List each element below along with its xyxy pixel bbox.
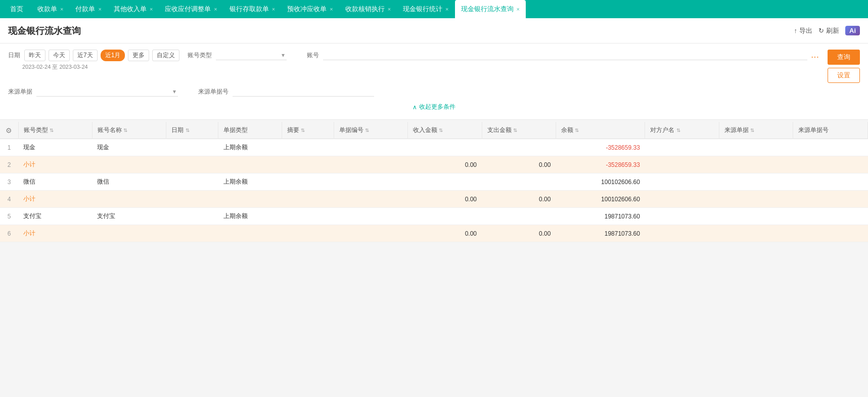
col-account-type: 账号类型 ⇅ (18, 122, 92, 139)
cell-account-name (92, 191, 166, 208)
cell-doc-type (218, 156, 282, 173)
cell-summary (282, 225, 334, 242)
cell-counterpart (645, 191, 719, 208)
nav-home[interactable]: 首页 (2, 0, 31, 18)
cell-doc-type (218, 225, 282, 242)
close-icon[interactable]: × (272, 6, 275, 12)
export-icon: ↑ (794, 27, 798, 34)
cell-summary (282, 139, 334, 156)
cell-account-type: 小计 (18, 191, 92, 208)
cell-expense: 0.00 (482, 191, 556, 208)
nav-tab-收款单[interactable]: 收款单 × (31, 0, 69, 18)
cell-source-doc-no (793, 156, 868, 173)
row-index: 3 (0, 173, 18, 191)
nav-tab-付款单[interactable]: 付款单 × (69, 0, 107, 18)
nav-tab-预收冲应收单[interactable]: 预收冲应收单 × (281, 0, 339, 18)
cell-counterpart (645, 225, 719, 242)
source-doc-no-input[interactable] (233, 87, 374, 97)
table-row: 3 微信 微信 上期余额 100102606.60 (0, 173, 868, 191)
sort-icon[interactable]: ⇅ (186, 127, 190, 133)
cell-doc-no (334, 191, 407, 208)
table-body: 1 现金 现金 上期余额 -3528659.33 2 小计 0.00 0.00 … (0, 139, 868, 242)
nav-tab-其他收入单[interactable]: 其他收入单 × (108, 0, 159, 18)
cell-balance: 19871073.60 (556, 208, 645, 225)
close-icon[interactable]: × (60, 6, 63, 12)
date-shortcuts: 昨天 今天 近7天 近1月 更多 自定义 (24, 50, 179, 61)
refresh-button[interactable]: ↻ 刷新 (818, 26, 839, 35)
sort-icon[interactable]: ⇅ (439, 127, 443, 133)
sort-icon[interactable]: ⇅ (513, 127, 517, 133)
sort-icon[interactable]: ⇅ (750, 127, 754, 133)
collapse-bar[interactable]: ∧ 收起更多条件 (8, 101, 860, 113)
close-icon[interactable]: × (150, 6, 153, 12)
row-index: 6 (0, 225, 18, 242)
account-type-select[interactable]: 现金 微信 支付宝 (216, 51, 277, 60)
sort-icon[interactable]: ⇅ (123, 127, 127, 133)
cell-account-name: 现金 (92, 139, 166, 156)
date-btn-today[interactable]: 今天 (49, 50, 70, 61)
sort-icon[interactable]: ⇅ (301, 127, 305, 133)
cell-expense (482, 173, 556, 191)
cell-summary (282, 156, 334, 173)
cell-account-type: 小计 (18, 156, 92, 173)
col-account-name: 账号名称 ⇅ (92, 122, 166, 139)
cell-summary (282, 173, 334, 191)
row-index: 5 (0, 208, 18, 225)
close-icon[interactable]: × (388, 6, 391, 12)
account-input[interactable] (323, 51, 807, 60)
gear-icon[interactable]: ⚙ (6, 126, 12, 135)
cell-summary (282, 208, 334, 225)
col-summary: 摘要 ⇅ (282, 122, 334, 139)
cell-balance: 100102606.60 (556, 173, 645, 191)
query-button[interactable]: 查询 (828, 50, 860, 65)
cell-summary (282, 191, 334, 208)
cell-source-doc-no (793, 173, 868, 191)
sort-icon[interactable]: ⇅ (676, 127, 680, 133)
date-btn-custom[interactable]: 自定义 (152, 50, 179, 61)
table-container: ⚙ 账号类型 ⇅ 账号名称 ⇅ 日期 ⇅ 单据类型 摘 (0, 122, 868, 242)
nav-tab-收款核销执行[interactable]: 收款核销执行 × (339, 0, 397, 18)
cell-counterpart (645, 156, 719, 173)
cell-income: 0.00 (408, 225, 482, 242)
date-btn-more[interactable]: 更多 (128, 50, 149, 61)
ai-button[interactable]: Ai (845, 26, 860, 35)
cell-account-name (92, 225, 166, 242)
close-icon[interactable]: × (445, 6, 448, 12)
col-doc-type: 单据类型 (218, 122, 282, 139)
cell-balance: 19871073.60 (556, 225, 645, 242)
cell-doc-no (334, 225, 407, 242)
sort-icon[interactable]: ⇅ (50, 127, 54, 133)
nav-tab-银行存取款单[interactable]: 银行存取款单 × (223, 0, 281, 18)
col-doc-no: 单据编号 ⇅ (334, 122, 407, 139)
col-expense: 支出金额 ⇅ (482, 122, 556, 139)
close-icon[interactable]: × (214, 6, 217, 12)
cell-date (166, 173, 218, 191)
close-icon[interactable]: × (330, 6, 333, 12)
cell-doc-type: 上期余额 (218, 173, 282, 191)
date-btn-yesterday[interactable]: 昨天 (24, 50, 45, 61)
cell-account-name (92, 156, 166, 173)
nav-tab-现金银行流水查询[interactable]: 现金银行流水查询 × (455, 0, 526, 18)
account-label: 账号 (307, 51, 319, 60)
nav-tab-现金银行统计[interactable]: 现金银行统计 × (397, 0, 454, 18)
source-doc-group: 来源单据 收款单 付款单 ▾ (8, 87, 178, 97)
cell-date (166, 156, 218, 173)
source-doc-select-wrapper: 收款单 付款单 ▾ (36, 87, 178, 97)
date-btn-1month[interactable]: 近1月 (101, 50, 125, 61)
sort-icon[interactable]: ⇅ (365, 127, 369, 133)
export-button[interactable]: ↑ 导出 (794, 26, 813, 35)
sort-icon[interactable]: ⇅ (575, 127, 579, 133)
cell-doc-type: 上期余额 (218, 208, 282, 225)
cell-counterpart (645, 173, 719, 191)
cell-source-doc-no (793, 191, 868, 208)
date-btn-7days[interactable]: 近7天 (73, 50, 98, 61)
settings-button[interactable]: 设置 (828, 68, 860, 83)
nav-tab-应收应付调整单[interactable]: 应收应付调整单 × (159, 0, 223, 18)
cell-source-doc-no (793, 208, 868, 225)
cell-source-doc (719, 191, 793, 208)
more-dots-button[interactable]: ... (811, 52, 819, 59)
source-doc-select[interactable]: 收款单 付款单 (36, 87, 168, 96)
close-icon[interactable]: × (98, 6, 101, 12)
close-icon[interactable]: × (517, 6, 520, 12)
source-doc-no-label: 来源单据号 (198, 87, 229, 96)
